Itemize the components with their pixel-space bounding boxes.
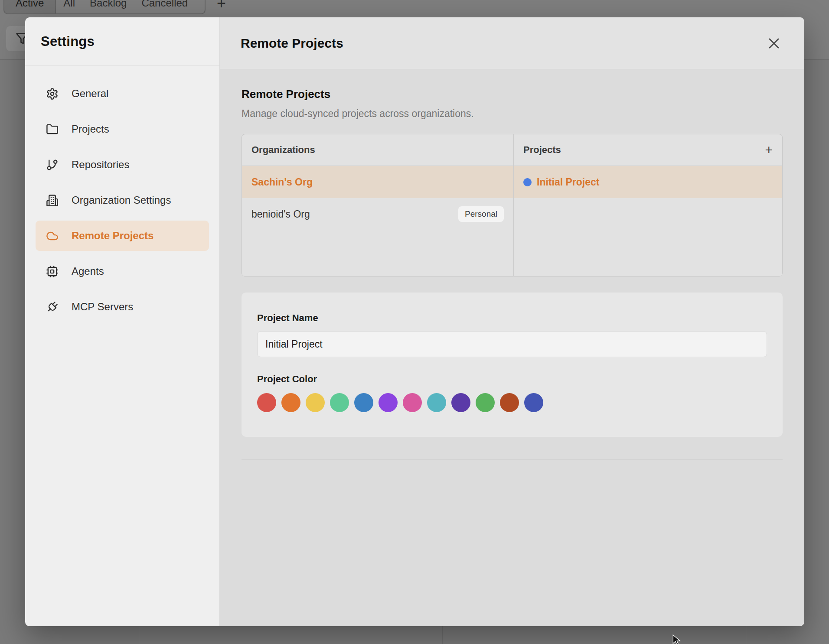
modal-title: Remote Projects — [241, 36, 343, 51]
organizations-header-label: Organizations — [251, 144, 315, 156]
organizations-header: Organizations — [242, 134, 513, 166]
settings-main-panel: Remote Projects Remote Projects Manage c… — [220, 17, 804, 626]
sidebar-item-label: Remote Projects — [72, 230, 153, 242]
sidebar-item-general[interactable]: General — [36, 78, 209, 109]
cloud-icon — [46, 230, 59, 242]
sidebar-item-label: Agents — [72, 265, 104, 277]
sidebar-item-projects[interactable]: Projects — [36, 114, 209, 144]
project-color-swatches — [257, 393, 767, 412]
tab-active[interactable]: Active — [4, 0, 56, 13]
color-swatch-teal[interactable] — [427, 393, 446, 412]
tab-label: All — [63, 0, 75, 9]
screen: Active All Backlog Cancelled + Settings … — [0, 0, 829, 644]
tab-label: Backlog — [90, 0, 127, 9]
sidebar-item-mcp-servers[interactable]: MCP Servers — [36, 292, 209, 322]
sidebar-nav: General Projects Repositories — [25, 66, 219, 322]
sidebar-item-organization-settings[interactable]: Organization Settings — [36, 185, 209, 215]
section-title: Remote Projects — [242, 88, 783, 101]
color-swatch-yellow[interactable] — [306, 393, 325, 412]
add-project-button[interactable]: + — [765, 143, 773, 156]
project-name-input[interactable] — [257, 331, 767, 357]
section-divider — [242, 459, 783, 460]
sidebar-item-repositories[interactable]: Repositories — [36, 150, 209, 180]
sidebar-item-label: MCP Servers — [72, 301, 133, 313]
mouse-cursor — [671, 634, 682, 644]
sidebar-item-agents[interactable]: Agents — [36, 256, 209, 286]
project-color-label: Project Color — [257, 357, 767, 385]
building-icon — [46, 194, 59, 207]
color-swatch-rust[interactable] — [500, 393, 519, 412]
settings-sidebar: Settings General Projects — [25, 17, 220, 626]
organizations-projects-table: Organizations Sachin's Org benioid's Org… — [242, 134, 783, 276]
organization-name: Sachin's Org — [251, 176, 313, 188]
gear-icon — [46, 88, 59, 100]
modal-header: Remote Projects — [220, 17, 804, 69]
settings-modal: Settings General Projects — [25, 17, 804, 626]
organizations-column: Organizations Sachin's Org benioid's Org… — [242, 134, 513, 276]
project-details-panel: Project Name Project Color — [242, 293, 783, 437]
project-color-dot — [523, 178, 532, 186]
sidebar-item-label: General — [72, 88, 108, 100]
organization-row-sachins-org[interactable]: Sachin's Org — [242, 166, 513, 198]
color-swatch-mint[interactable] — [330, 393, 349, 412]
sidebar-item-label: Projects — [72, 123, 109, 135]
git-branch-icon — [46, 159, 59, 171]
tab-cancelled[interactable]: Cancelled — [134, 0, 195, 13]
plug-icon — [43, 298, 61, 315]
color-swatch-orange[interactable] — [281, 393, 300, 412]
tab-label: Active — [16, 0, 44, 9]
sidebar-item-remote-projects[interactable]: Remote Projects — [36, 221, 209, 251]
add-view-button[interactable]: + — [217, 0, 226, 11]
sidebar-header: Settings — [25, 17, 219, 66]
sidebar-item-label: Repositories — [72, 159, 129, 171]
color-swatch-green[interactable] — [476, 393, 495, 412]
sidebar-item-label: Organization Settings — [72, 194, 171, 206]
tab-backlog[interactable]: Backlog — [82, 0, 134, 13]
projects-header: Projects + — [514, 134, 782, 166]
project-name-label: Project Name — [257, 293, 767, 324]
tab-label: Cancelled — [141, 0, 188, 9]
close-button[interactable] — [764, 34, 783, 53]
personal-badge: Personal — [458, 206, 504, 222]
organization-name: benioid's Org — [251, 208, 310, 220]
projects-header-label: Projects — [523, 144, 561, 156]
project-row-initial-project[interactable]: Initial Project — [514, 166, 782, 198]
close-icon — [767, 37, 780, 50]
projects-column: Projects + Initial Project — [513, 134, 782, 276]
color-swatch-indigo[interactable] — [524, 393, 543, 412]
folder-icon — [46, 123, 59, 136]
tab-all[interactable]: All — [56, 0, 82, 13]
view-tab-strip: Active All Backlog Cancelled — [3, 0, 206, 14]
settings-title: Settings — [41, 34, 95, 49]
color-swatch-purple[interactable] — [379, 393, 398, 412]
cpu-chip-icon — [46, 265, 59, 278]
color-swatch-violet[interactable] — [451, 393, 470, 412]
color-swatch-red[interactable] — [257, 393, 276, 412]
color-swatch-blue[interactable] — [354, 393, 373, 412]
color-swatch-pink[interactable] — [403, 393, 422, 412]
modal-body: Remote Projects Manage cloud-synced proj… — [220, 69, 804, 626]
section-subtitle: Manage cloud-synced projects across orga… — [242, 108, 783, 120]
project-name: Initial Project — [537, 176, 599, 188]
organization-row-benioids-org[interactable]: benioid's Org Personal — [242, 198, 513, 230]
